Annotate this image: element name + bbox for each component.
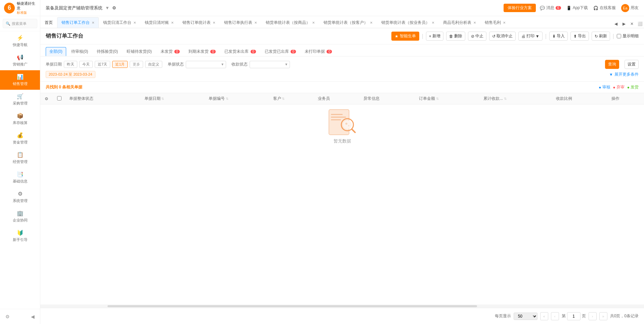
sidebar-item-sales[interactable]: 📊 销售管理 (0, 70, 40, 90)
status-select[interactable] (186, 61, 226, 68)
query-button[interactable]: 查询 (605, 60, 619, 69)
tab-cash-daily[interactable]: 钱货日清工作台 ✕ (99, 17, 140, 28)
date-btn-1month[interactable]: 近1月 (112, 61, 128, 68)
page-number-input[interactable] (567, 312, 581, 320)
sub-tab-pending-inspect[interactable]: 待拣验货(0) (93, 47, 122, 56)
tab-sales-summary-customer[interactable]: 销货单统计表（按客户） ✕ (319, 17, 377, 28)
th-checkbox[interactable] (52, 93, 66, 105)
app-download-action[interactable]: 📱 App下载 (566, 5, 588, 11)
import-button[interactable]: ⬇ 导入 (549, 32, 568, 41)
tab-gross-margin[interactable]: 商品毛利分析表 ✕ (439, 17, 480, 28)
tab-sales-more[interactable]: 销售毛利 ✕ (480, 17, 510, 28)
expand-more-conditions[interactable]: ▼ 展开更多条件 (609, 72, 639, 77)
smart-create-button[interactable]: ★ 智能生单 (391, 32, 419, 41)
sidebar-item-quick-nav[interactable]: ⚡ 快捷导航 (0, 31, 40, 51)
deliver-button[interactable]: ● 发货 (627, 84, 639, 90)
tab-sales-summary-product[interactable]: 销货单统计表（按商品） ✕ (261, 17, 319, 28)
date-btn-more[interactable]: 更多 (130, 61, 143, 68)
sidebar-item-inventory[interactable]: 📦 库存核算 (0, 109, 40, 129)
revoke-button[interactable]: ● 弃审 (613, 84, 625, 90)
stop-button[interactable]: ⊘ 中止 (468, 32, 486, 41)
horizontal-scroll-thumb[interactable] (108, 305, 477, 307)
tab-scroll-left-btn[interactable]: ◀ (612, 20, 620, 28)
tab-sales-stats[interactable]: 销售订单统计表 ✕ (178, 17, 220, 28)
collapse-button[interactable]: ◀ (28, 312, 37, 321)
sidebar-item-marketing[interactable]: 📢 营销推广 (0, 51, 40, 70)
orders-table: ⚙ 单据整体状态 单据日期 单据编号 客户 业务员 异常信息 订单金额 累计收款… (40, 93, 644, 105)
tab-close-sales-stats[interactable]: ✕ (213, 21, 215, 25)
date-btn-custom[interactable]: 自定义 (145, 61, 162, 68)
th-amount[interactable]: 订单金额 (416, 93, 480, 105)
search-menu-button[interactable]: 🔍 搜索菜单 (3, 19, 37, 28)
th-number[interactable]: 单据编号 (205, 93, 270, 105)
th-date[interactable]: 单据日期 (141, 93, 206, 105)
sub-tab-overdue-not-shipped[interactable]: 到期未发货 0 (185, 47, 219, 56)
date-btn-yesterday[interactable]: 昨天 (64, 61, 77, 68)
settings-gear-icon[interactable]: ⚙ (112, 5, 116, 10)
tab-close-sales-more[interactable]: ✕ (503, 21, 506, 25)
prev-page-button[interactable]: ‹ (551, 312, 559, 320)
th-collected[interactable]: 累计收款... (480, 93, 553, 105)
tab-close-sales-exec[interactable]: ✕ (254, 21, 257, 25)
sub-tab-not-printed[interactable]: 未打印单据 0 (301, 47, 336, 56)
sidebar-item-purchase[interactable]: 🛒 采购管理 (0, 90, 40, 109)
last-page-button[interactable]: » (599, 312, 607, 320)
plus-icon: + (429, 34, 431, 39)
sub-tab-shipped-not-out[interactable]: 已发货未出库 0 (221, 47, 259, 56)
settings-button[interactable]: ⚙ (3, 312, 12, 321)
tab-close-gross-margin[interactable]: ✕ (473, 21, 476, 25)
tab-close-cash-reconcile[interactable]: ✕ (171, 21, 174, 25)
tab-close-all-btn[interactable]: ✕ (628, 20, 636, 28)
sidebar-item-system[interactable]: ⚙ 系统管理 (0, 187, 40, 207)
horizontal-scrollbar[interactable] (40, 305, 644, 308)
payment-select[interactable] (250, 61, 290, 68)
tab-sales-order[interactable]: 销售订单工作台 ✕ (57, 17, 99, 28)
sub-tab-pending-review[interactable]: 待审核(0) (68, 47, 92, 56)
new-button[interactable]: + 新增 (426, 32, 443, 41)
page-size-select[interactable]: 20 50 100 (514, 313, 538, 320)
user-action[interactable]: Ea 用友 (621, 4, 639, 12)
date-btn-today[interactable]: 今天 (79, 61, 93, 68)
filter-setting-button[interactable]: 设置 (625, 60, 639, 69)
sidebar-item-basic-info[interactable]: 📑 基础信息 (0, 168, 40, 187)
message-action[interactable]: 💬 消息 6 (540, 5, 561, 11)
th-setting[interactable]: ⚙ (40, 93, 52, 105)
tab-close-sales-order[interactable]: ✕ (92, 21, 94, 25)
sub-tab-all[interactable]: 全部(0) (46, 47, 66, 56)
sidebar-item-enterprise[interactable]: 🏢 企业协同 (0, 207, 40, 226)
tab-sales-summary-staff[interactable]: 销货单统计表（按业务员） ✕ (377, 17, 439, 28)
tab-close-summary-customer[interactable]: ✕ (370, 21, 373, 25)
date-btn-7days[interactable]: 近7天 (95, 61, 110, 68)
export-button[interactable]: ⬆ 导出 (570, 32, 589, 41)
tab-maximize-btn[interactable]: ⬜ (636, 20, 644, 28)
tab-close-summary-product[interactable]: ✕ (312, 21, 315, 25)
delete-button[interactable]: 🗑 删除 (446, 32, 465, 41)
show-detail-checkbox[interactable] (617, 34, 621, 38)
sidebar-item-finance[interactable]: 💰 资金管理 (0, 129, 40, 148)
show-detail-checkbox-label[interactable]: 显示明细 (617, 33, 639, 39)
cancel-stop-button[interactable]: ↺ 取消中止 (489, 32, 516, 41)
tab-sales-exec[interactable]: 销售订单执行表 ✕ (220, 17, 261, 28)
th-action: 操作 (608, 93, 644, 105)
print-button[interactable]: 🖨 打印 ▼ (518, 32, 543, 41)
tab-cash-reconcile[interactable]: 钱货日清对账 ✕ (140, 17, 178, 28)
first-page-button[interactable]: « (540, 312, 548, 320)
tab-close-cash-daily[interactable]: ✕ (133, 21, 136, 25)
industry-btn[interactable]: 体验行业方案 (504, 4, 536, 12)
th-customer[interactable]: 客户 (270, 93, 314, 105)
tab-home[interactable]: 首页 (40, 17, 57, 28)
tab-close-summary-staff[interactable]: ✕ (432, 21, 434, 25)
next-page-button[interactable]: › (589, 312, 597, 320)
online-service-action[interactable]: 🎧 在线客服 (593, 5, 616, 11)
sidebar-item-guide[interactable]: 🔰 新手引导 (0, 226, 40, 246)
select-all-checkbox[interactable] (57, 96, 61, 100)
sub-tab-shipped-out[interactable]: 已发货已出库 0 (261, 47, 300, 56)
payment-select-wrapper: ▼ (250, 61, 290, 68)
tab-scroll-right-btn[interactable]: ▶ (620, 20, 628, 28)
filter-bar: 单据日期 昨天 今天 近7天 近1月 更多 自定义 单据状态 (40, 56, 644, 82)
sub-tab-wangpu[interactable]: 旺铺待发货(0) (123, 47, 156, 56)
refresh-button[interactable]: ↻ 刷新 (592, 32, 610, 41)
sub-tab-not-shipped[interactable]: 未发货 0 (157, 47, 183, 56)
sidebar-item-operations[interactable]: 📋 经营管理 (0, 148, 40, 168)
review-button[interactable]: ● 审核 (599, 84, 610, 90)
